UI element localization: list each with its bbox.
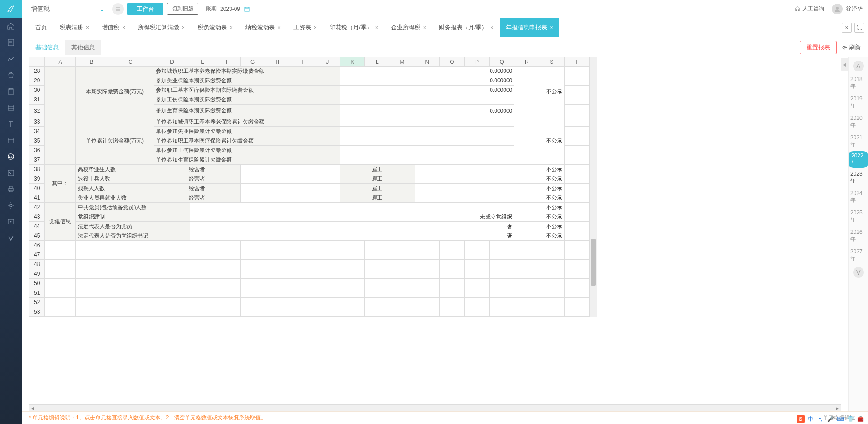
cell-dropdown[interactable]: 不公示▼ (514, 184, 564, 193)
row-header[interactable]: 42 (29, 203, 45, 212)
nav-table-icon[interactable] (0, 100, 22, 116)
year-up-button[interactable]: ᐱ (853, 61, 864, 71)
cell[interactable] (564, 76, 589, 86)
cell[interactable] (564, 136, 589, 146)
row-header[interactable]: 29 (29, 76, 45, 86)
col-header[interactable]: E (190, 57, 215, 67)
cell-dropdown[interactable]: 不公示▼ (514, 193, 564, 203)
cell[interactable] (240, 241, 265, 250)
cell[interactable] (215, 241, 240, 250)
cell[interactable] (564, 165, 589, 174)
cell[interactable] (190, 203, 514, 212)
corner-cell[interactable] (29, 57, 45, 67)
cell[interactable]: 单位参加失业保险累计欠缴金额 (154, 127, 340, 136)
cell[interactable]: 0.000000 (340, 67, 514, 76)
col-header[interactable]: I (290, 57, 315, 67)
cell[interactable] (439, 241, 464, 250)
cell[interactable]: 参加工伤保险本期实际缴费金额 (154, 95, 340, 105)
cell[interactable] (240, 184, 340, 193)
cell[interactable]: 退役士兵人数 (76, 174, 154, 184)
ime-skin-icon[interactable]: 👕 (846, 415, 854, 423)
nav-settings-icon[interactable] (0, 197, 22, 214)
nav-home-icon[interactable] (0, 18, 22, 34)
cell[interactable] (340, 155, 514, 165)
cell[interactable]: 法定代表人是否为党组织书记 (76, 231, 190, 241)
cell[interactable] (415, 193, 514, 203)
row-header[interactable]: 28 (29, 67, 45, 76)
cell[interactable]: 雇工 (340, 165, 415, 174)
cell[interactable] (240, 174, 340, 184)
cell-dropdown[interactable]: 不公示▼ (514, 212, 564, 222)
nav-smile-icon[interactable] (0, 148, 22, 165)
close-all-button[interactable]: × (842, 23, 852, 33)
cell[interactable] (564, 117, 589, 127)
nav-text-icon[interactable] (0, 116, 22, 132)
cell[interactable] (415, 241, 439, 250)
scroll-left-icon[interactable]: ◂ (29, 405, 36, 412)
cell[interactable] (564, 155, 589, 165)
close-icon[interactable]: × (375, 24, 378, 31)
row-header[interactable]: 47 (29, 250, 45, 260)
col-header[interactable]: O (439, 57, 464, 67)
cell[interactable] (190, 241, 215, 250)
row-header[interactable]: 41 (29, 193, 45, 203)
cell[interactable]: 0.000000 (340, 76, 514, 86)
cell[interactable] (315, 241, 340, 250)
cell[interactable]: 0.000000 (340, 105, 514, 117)
year-item[interactable]: 2025年 (849, 207, 868, 226)
cell[interactable] (415, 184, 514, 193)
row-header[interactable]: 30 (29, 86, 45, 95)
row-header[interactable]: 52 (29, 298, 45, 307)
cell[interactable] (514, 241, 539, 250)
row-header[interactable]: 46 (29, 241, 45, 250)
nav-print-icon[interactable] (0, 181, 22, 197)
cell-dropdown[interactable]: 不公示▼ (514, 165, 564, 174)
year-item[interactable]: 2018年 (849, 73, 868, 93)
ime-s-icon[interactable]: S (797, 415, 805, 423)
cell[interactable] (107, 241, 154, 250)
cell[interactable]: 参加失业保险本期实际缴费金额 (154, 76, 340, 86)
row-header[interactable]: 44 (29, 222, 45, 231)
cell[interactable]: 雇工 (340, 174, 415, 184)
cell[interactable] (240, 193, 340, 203)
col-header[interactable]: P (464, 57, 489, 67)
year-item[interactable]: 2023年 (849, 168, 868, 187)
cell[interactable] (390, 241, 415, 250)
cell[interactable] (240, 165, 340, 174)
ime-lang-icon[interactable]: 中 (807, 415, 815, 423)
cell[interactable] (564, 193, 589, 203)
cell[interactable]: 参加职工基本医疗保险本期实际缴费金额 (154, 86, 340, 95)
cell[interactable]: 单位参加城镇职工基本养老保险累计欠缴金额 (154, 117, 340, 127)
close-icon[interactable]: × (550, 24, 553, 31)
row-header[interactable]: 36 (29, 146, 45, 155)
col-header[interactable]: N (415, 57, 439, 67)
cell[interactable]: 单位参加职工基本医疗保险累计欠缴金额 (154, 136, 340, 146)
tab-item[interactable]: 印花税（月/季）× (323, 18, 385, 37)
close-icon[interactable]: × (490, 24, 493, 31)
cell[interactable] (340, 117, 514, 127)
close-icon[interactable]: × (278, 24, 281, 31)
row-header[interactable]: 48 (29, 260, 45, 269)
col-header[interactable]: K (340, 57, 365, 67)
cell[interactable] (154, 241, 190, 250)
cell[interactable]: 经营者 (154, 193, 240, 203)
cell-dropdown[interactable]: 不公示▼ (514, 203, 564, 212)
tab-item-active[interactable]: 年报信息申报表× (500, 18, 559, 37)
cell[interactable] (464, 241, 489, 250)
cell[interactable]: 残疾人人数 (76, 184, 154, 193)
cell-dropdown[interactable]: 否▼ (190, 222, 514, 231)
cell[interactable]: 0.000000 (340, 86, 514, 95)
cell[interactable] (340, 146, 514, 155)
cell[interactable] (45, 67, 76, 117)
tab-item[interactable]: 税负波动表× (191, 18, 239, 37)
subtab-other[interactable]: 其他信息 (65, 40, 101, 55)
tab-item[interactable]: 纳税波动表× (239, 18, 287, 37)
cell[interactable]: 经营者 (154, 165, 240, 174)
row-header[interactable]: 43 (29, 212, 45, 222)
cell[interactable]: 雇工 (340, 193, 415, 203)
support-link[interactable]: 人工咨询 (794, 5, 824, 13)
close-icon[interactable]: × (423, 24, 426, 31)
row-header[interactable]: 49 (29, 269, 45, 279)
col-header[interactable]: F (215, 57, 240, 67)
cell[interactable] (265, 241, 290, 250)
